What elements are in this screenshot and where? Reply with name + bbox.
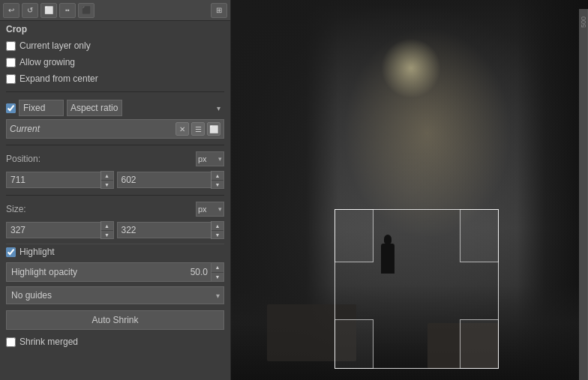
position-unit-select[interactable]: px mm in % xyxy=(196,151,224,166)
canvas-image xyxy=(231,0,588,380)
position-unit-wrapper: px mm in % xyxy=(196,151,224,166)
size-h-down[interactable]: ▼ xyxy=(212,230,224,238)
opacity-label: Highlight opacity xyxy=(6,262,170,282)
guides-select-wrapper: No guides Rule of thirds Golden sections… xyxy=(6,286,224,304)
auto-shrink-button[interactable]: Auto Shrink xyxy=(6,310,224,330)
position-y-arrows: ▲ ▼ xyxy=(211,171,224,189)
fixed-input[interactable] xyxy=(19,100,64,116)
size-h-arrows: ▲ ▼ xyxy=(211,221,224,239)
divider-1 xyxy=(6,91,224,92)
figure-silhouette xyxy=(381,244,394,274)
size-w-down[interactable]: ▼ xyxy=(101,230,113,238)
opacity-arrows: ▲ ▼ xyxy=(211,262,224,282)
current-layer-label: Current layer only xyxy=(20,40,91,51)
allow-growing-label: Allow growing xyxy=(20,57,75,67)
current-menu-btn[interactable]: ☰ xyxy=(191,122,205,136)
size-unit-wrapper: px mm in % xyxy=(196,202,224,217)
opacity-row: Highlight opacity 50.0 ▲ ▼ xyxy=(6,262,224,282)
current-view-btn[interactable]: ⬜ xyxy=(207,122,220,136)
fixed-aspect-row: Aspect ratio Width Height xyxy=(6,100,224,116)
current-layer-row: Current layer only xyxy=(6,39,224,52)
divider-3 xyxy=(6,195,224,196)
divider-2 xyxy=(6,145,224,145)
size-w-up[interactable]: ▲ xyxy=(101,222,113,230)
size-w-input[interactable] xyxy=(6,222,100,238)
position-x-input[interactable] xyxy=(6,172,100,188)
aspect-ratio-select[interactable]: Aspect ratio Width Height xyxy=(67,100,122,116)
toolbar-btn-crop3[interactable]: ⬛ xyxy=(78,3,94,18)
size-row: Size: px mm in % xyxy=(6,202,224,217)
toolbar-btn-refresh[interactable]: ↩ xyxy=(3,3,20,18)
allow-growing-row: Allow growing xyxy=(6,55,224,69)
left-panel: ↩ ↺ ⬜ ▪▪ ⬛ ⊞ Crop Current layer only All… xyxy=(0,0,231,380)
guides-row: No guides Rule of thirds Golden sections… xyxy=(6,286,224,304)
current-row: Current ✕ ☰ ⬜ xyxy=(6,119,224,139)
light-source xyxy=(381,38,441,98)
position-y-spinbox: ▲ ▼ xyxy=(117,171,225,189)
size-h-spinbox: ▲ ▼ xyxy=(117,221,225,239)
current-layer-checkbox[interactable] xyxy=(6,41,16,51)
opacity-up[interactable]: ▲ xyxy=(212,263,224,272)
fixed-checkbox[interactable] xyxy=(6,103,16,113)
highlight-row: Highlight xyxy=(6,244,224,259)
size-unit-select[interactable]: px mm in % xyxy=(196,202,224,217)
size-label: Size: xyxy=(6,204,40,214)
current-clear-btn[interactable]: ✕ xyxy=(176,122,189,136)
crop-content: Current layer only Allow growing Expand … xyxy=(0,36,230,352)
opacity-down[interactable]: ▼ xyxy=(212,272,224,282)
toolbar-btn-undo[interactable]: ↺ xyxy=(22,3,38,18)
size-h-input[interactable] xyxy=(117,222,212,238)
guides-select[interactable]: No guides Rule of thirds Golden sections… xyxy=(6,286,224,304)
highlight-label: Highlight xyxy=(20,247,55,257)
ruler-side: 500 xyxy=(579,9,588,380)
position-y-up[interactable]: ▲ xyxy=(212,172,224,180)
position-x-down[interactable]: ▼ xyxy=(101,180,113,188)
size-h-up[interactable]: ▲ xyxy=(212,222,224,230)
position-y-down[interactable]: ▼ xyxy=(212,180,224,188)
size-w-arrows: ▲ ▼ xyxy=(100,221,114,239)
toolbar-btn-crop2[interactable]: ▪▪ xyxy=(59,3,76,18)
position-x-up[interactable]: ▲ xyxy=(101,172,113,180)
aspect-ratio-wrapper: Aspect ratio Width Height xyxy=(67,100,224,116)
right-panel: 500 xyxy=(231,0,588,380)
expand-from-center-label: Expand from center xyxy=(20,73,98,84)
position-label: Position: xyxy=(6,154,40,164)
allow-growing-checkbox[interactable] xyxy=(6,58,16,67)
position-x-arrows: ▲ ▼ xyxy=(100,171,114,189)
position-row: Position: px mm in % xyxy=(6,151,224,166)
position-y-input[interactable] xyxy=(117,172,212,188)
shrink-merged-checkbox[interactable] xyxy=(6,337,16,347)
debris-1 xyxy=(267,304,356,361)
section-title: Crop xyxy=(0,21,230,36)
debris-2 xyxy=(428,323,499,369)
expand-from-center-row: Expand from center xyxy=(6,72,224,85)
position-spinboxes: ▲ ▼ ▲ ▼ xyxy=(6,171,224,189)
size-spinboxes: ▲ ▼ ▲ ▼ xyxy=(6,221,224,239)
highlight-checkbox[interactable] xyxy=(6,247,16,257)
shrink-merged-row: Shrink merged xyxy=(6,334,224,349)
toolbar-btn-crop1[interactable]: ⬜ xyxy=(40,3,57,18)
current-text: Current xyxy=(10,124,173,134)
shrink-merged-label: Shrink merged xyxy=(20,337,78,347)
expand-from-center-checkbox[interactable] xyxy=(6,74,16,84)
toolbar: ↩ ↺ ⬜ ▪▪ ⬛ ⊞ xyxy=(0,0,230,21)
opacity-value: 50.0 xyxy=(170,262,211,282)
toolbar-btn-more[interactable]: ⊞ xyxy=(211,3,227,18)
position-x-spinbox: ▲ ▼ xyxy=(6,171,114,189)
size-w-spinbox: ▲ ▼ xyxy=(6,221,114,239)
